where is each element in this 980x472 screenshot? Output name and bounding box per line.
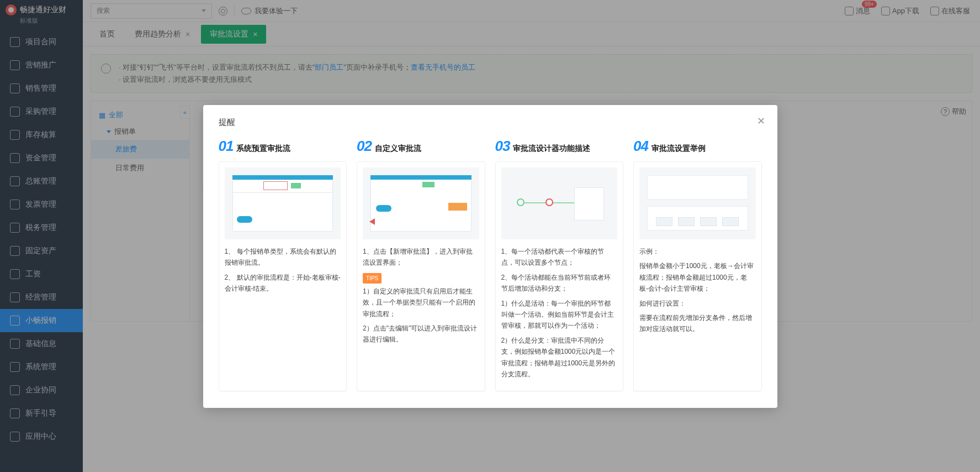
card-title: 自定义审批流 <box>375 144 429 154</box>
guide-card-4: 04审批流设置举例示例：报销单金额小于1000元，老板→会计审核流程；报销单金额… <box>633 138 762 391</box>
card-title: 审批流设置举例 <box>651 144 713 154</box>
card-number: 03 <box>495 138 510 155</box>
modal-mask[interactable]: 提醒 ✕ 01系统预置审批流1、 每个报销单类型，系统会有默认的报销审批流。2、… <box>0 0 980 472</box>
card-number: 02 <box>357 138 372 155</box>
card-thumbnail <box>501 167 618 239</box>
card-thumbnail <box>363 167 479 239</box>
modal-close-button[interactable]: ✕ <box>757 115 765 127</box>
modal-title: 提醒 <box>219 117 762 128</box>
card-number: 04 <box>633 138 648 155</box>
card-number: 01 <box>219 138 234 155</box>
guide-card-3: 03审批流设计器功能描述1、每一个活动都代表一个审核的节点，可以设置多个节点；2… <box>495 138 624 391</box>
card-text: 1、点击【新增审批流】，进入到审批流设置界面；TIPS1）自定义的审批流只有启用… <box>363 246 479 345</box>
card-text: 1、每一个活动都代表一个审核的节点，可以设置多个节点；2、每个活动都能在当前环节… <box>501 246 618 380</box>
card-text: 1、 每个报销单类型，系统会有默认的报销审批流。2、 默认的审批流程是：开始-老… <box>225 246 341 295</box>
guide-card-2: 02自定义审批流1、点击【新增审批流】，进入到审批流设置界面；TIPS1）自定义… <box>357 138 485 391</box>
reminder-modal: 提醒 ✕ 01系统预置审批流1、 每个报销单类型，系统会有默认的报销审批流。2、… <box>203 105 777 408</box>
tips-badge: TIPS <box>363 273 382 284</box>
card-thumbnail <box>639 167 756 239</box>
card-text: 示例：报销单金额小于1000元，老板→会计审核流程；报销单金额超过1000元，老… <box>639 246 756 335</box>
card-title: 审批流设计器功能描述 <box>513 144 598 154</box>
card-thumbnail <box>225 167 341 239</box>
card-title: 系统预置审批流 <box>236 144 298 154</box>
guide-card-1: 01系统预置审批流1、 每个报销单类型，系统会有默认的报销审批流。2、 默认的审… <box>219 138 347 391</box>
